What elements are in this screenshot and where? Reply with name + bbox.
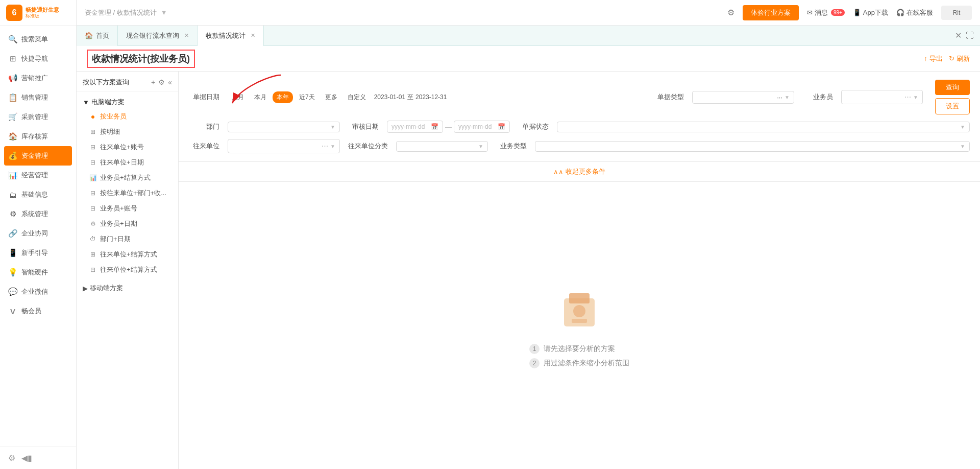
filter-row-3: 往来单位 ··· ▼ 往来单位分类 ▼ 业务类型 ▼ <box>189 139 970 153</box>
scheme-item-partner-settle2[interactable]: ⊟ 往来单位+结算方式 <box>77 262 178 277</box>
active-scheme-icon: ● <box>89 112 97 121</box>
doc-type-more-icon[interactable]: ··· <box>777 93 782 101</box>
svg-rect-2 <box>569 293 590 303</box>
partner-category-select[interactable]: ▼ <box>396 141 488 152</box>
date-tab-this-month[interactable]: 本月 <box>250 91 271 103</box>
sidebar-item-guide[interactable]: 📱 新手引导 <box>0 243 76 263</box>
doc-type-select[interactable]: ··· ▼ <box>692 91 794 104</box>
date-range-display: 2023-01-01 至 2023-12-31 <box>374 93 447 102</box>
sidebar-item-capital[interactable]: 💰 资金管理 <box>4 146 72 166</box>
salesman-select[interactable]: ··· ▼ <box>841 90 923 104</box>
topbar-gear-icon[interactable]: ⚙ <box>727 8 734 17</box>
sidebar-item-member[interactable]: V 畅会员 <box>0 301 76 321</box>
review-date-label: 审核日期 <box>348 122 379 131</box>
filter-area: 单据日期 上月 本月 本年 近7天 更多 自定义 2023-01-01 至 <box>179 72 980 162</box>
purchase-icon: 🛒 <box>8 112 17 122</box>
scheme-item-salesman-date[interactable]: ⚙ 业务员+日期 <box>77 216 178 231</box>
date-tab-more[interactable]: 更多 <box>321 91 341 103</box>
header-actions: ↑ 导出 ↻ 刷新 <box>924 54 970 63</box>
sidebar-item-sales[interactable]: 📋 销售管理 <box>0 88 76 107</box>
export-button[interactable]: ↑ 导出 <box>924 54 943 63</box>
set-button[interactable]: 设置 <box>935 98 970 114</box>
salesman-more-icon[interactable]: ··· <box>904 92 911 102</box>
sidebar-item-hardware[interactable]: 💡 智能硬件 <box>0 263 76 282</box>
svg-point-3 <box>573 305 585 317</box>
sidebar-item-quick-nav[interactable]: ⊞ 快捷导航 <box>0 49 76 68</box>
biz-type-arrow-icon: ▼ <box>960 144 965 149</box>
date-tab-this-year[interactable]: 本年 <box>273 91 293 103</box>
scheme-item-partner-dept[interactable]: ⊟ 按往来单位+部门+收... <box>77 185 178 201</box>
sidebar-item-wechat[interactable]: 💬 企业微信 <box>0 282 76 301</box>
tab-collection-close[interactable]: ✕ <box>251 32 255 39</box>
table4-icon: ⊟ <box>89 204 97 213</box>
sidebar: 6 畅捷通好生意 标准版 🔍 搜索菜单 ⊞ 快捷导航 📢 营销推广 📋 销售管理… <box>0 0 77 469</box>
empty-tip-2: 2 用过滤条件来缩小分析范围 <box>529 358 629 368</box>
filter-row-2: 部门 ▼ 审核日期 yyyy-mm-dd 📅 — yyyy-mm-dd <box>189 121 970 133</box>
date-tab-custom[interactable]: 自定义 <box>344 91 370 103</box>
table2-icon: ⊟ <box>89 158 97 167</box>
sidebar-item-enterprise[interactable]: 🔗 企业协同 <box>0 224 76 243</box>
scheme-settings-icon[interactable]: ⚙ <box>158 78 165 86</box>
add-scheme-btn[interactable]: + <box>151 78 155 86</box>
close-window-icon[interactable]: ✕ <box>955 31 962 40</box>
home-icon: 🏠 <box>85 32 93 39</box>
partner-more-icon[interactable]: ··· <box>322 142 328 151</box>
partner-cat-arrow-icon: ▼ <box>478 144 483 149</box>
filter-row-1: 单据日期 上月 本月 本年 近7天 更多 自定义 2023-01-01 至 <box>189 80 970 114</box>
scheme-item-partner-date[interactable]: ⊟ 往来单位+日期 <box>77 155 178 170</box>
sidebar-item-marketing[interactable]: 📢 营销推广 <box>0 68 76 88</box>
maximize-icon[interactable]: ⛶ <box>966 31 974 40</box>
logo-icon: 6 <box>6 5 22 21</box>
review-date-start[interactable]: yyyy-mm-dd 📅 <box>387 121 443 133</box>
app-download-btn[interactable]: 📱 App下载 <box>853 8 888 17</box>
biz-type-select[interactable]: ▼ <box>535 141 970 152</box>
desktop-scheme-toggle[interactable]: ▼ 电脑端方案 <box>77 96 178 109</box>
marketing-icon: 📢 <box>8 74 17 83</box>
review-date-end[interactable]: yyyy-mm-dd 📅 <box>454 121 510 133</box>
sales-icon: 📋 <box>8 93 17 102</box>
scheme-item-salesman-account[interactable]: ⊟ 业务员+账号 <box>77 201 178 216</box>
phone-icon: 📱 <box>853 9 861 16</box>
query-button[interactable]: 查询 <box>935 80 970 95</box>
sidebar-item-purchase[interactable]: 🛒 采购管理 <box>0 107 76 127</box>
table5-icon: ⊟ <box>89 266 97 274</box>
doc-status-select[interactable]: ▼ <box>557 122 970 132</box>
date-tab-last-month[interactable]: 上月 <box>228 91 248 103</box>
tab-bank-close[interactable]: ✕ <box>184 32 189 39</box>
tab-bank[interactable]: 现金银行流水查询 ✕ <box>118 26 198 46</box>
right-panel: 单据日期 上月 本月 本年 近7天 更多 自定义 2023-01-01 至 <box>179 72 980 469</box>
partner-select[interactable]: ··· ▼ <box>228 139 340 153</box>
online-service-btn[interactable]: 🎧 在线客服 <box>896 8 933 17</box>
sidebar-item-search[interactable]: 🔍 搜索菜单 <box>0 30 76 49</box>
partner-label: 往来单位 <box>189 142 219 151</box>
footer-settings-btn[interactable]: ⚙ <box>8 453 15 463</box>
scheme-item-salesman-settle[interactable]: 📊 业务员+结算方式 <box>77 170 178 185</box>
dropdown-arrow-icon[interactable]: ▼ <box>161 9 167 16</box>
trial-button[interactable]: 体验行业方案 <box>743 5 799 20</box>
tab-collection[interactable]: 收款情况统计 ✕ <box>198 26 264 46</box>
collapse-up-icon: ∧∧ <box>553 168 564 176</box>
gear2-icon: ⚙ <box>89 220 97 228</box>
scheme-item-dept-date[interactable]: ⏱ 部门+日期 <box>77 231 178 247</box>
sidebar-item-system[interactable]: ⚙ 系统管理 <box>0 204 76 224</box>
message-btn[interactable]: ✉ 消息 99+ <box>807 8 845 17</box>
sidebar-item-operation[interactable]: 📊 经营管理 <box>0 166 76 185</box>
refresh-button[interactable]: ↻ 刷新 <box>949 54 970 63</box>
grid-icon: ⊞ <box>8 54 17 63</box>
sidebar-item-inventory[interactable]: 🏠 库存核算 <box>0 127 76 146</box>
doc-status-label: 单据状态 <box>518 122 549 131</box>
scheme-item-by-salesman[interactable]: ● 按业务员 <box>77 109 178 124</box>
date-tab-7days[interactable]: 近7天 <box>295 91 319 103</box>
scheme-item-by-detail[interactable]: ⊞ 按明细 <box>77 124 178 139</box>
mobile-scheme-toggle[interactable]: ▶ 移动端方案 <box>77 282 178 295</box>
scheme-item-partner-account[interactable]: ⊟ 往来单位+账号 <box>77 139 178 155</box>
inventory-icon: 🏠 <box>8 132 17 141</box>
dept-select[interactable]: ▼ <box>228 122 340 132</box>
collapse-bar[interactable]: ∧∧ 收起更多条件 <box>179 162 980 182</box>
collapse-panel-icon[interactable]: « <box>168 78 172 86</box>
scheme-item-partner-settle1[interactable]: ⊞ 往来单位+结算方式 <box>77 247 178 262</box>
user-avatar[interactable]: Rit <box>941 6 972 20</box>
footer-collapse-btn[interactable]: ◀▮ <box>21 453 32 463</box>
tab-home[interactable]: 🏠 首页 <box>77 26 118 46</box>
sidebar-item-basic[interactable]: 🗂 基础信息 <box>0 185 76 204</box>
